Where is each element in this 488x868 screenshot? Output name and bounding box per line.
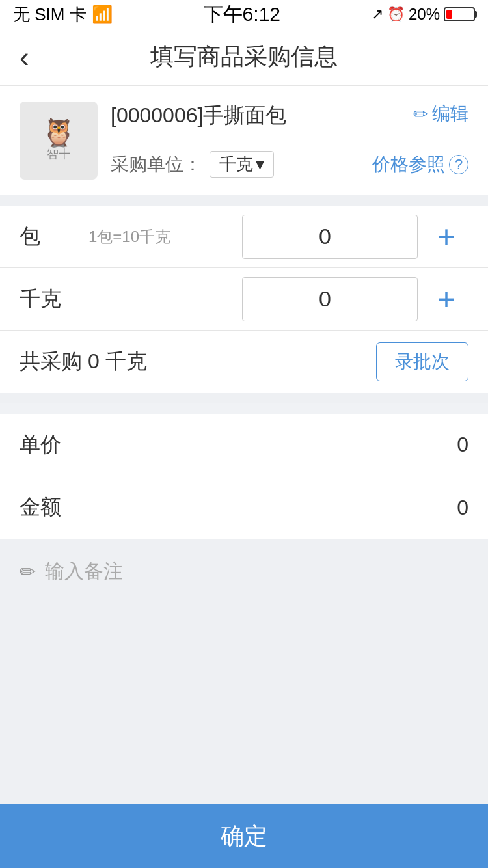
kg-input-row: 千克 + bbox=[0, 268, 488, 331]
product-name: [0000006]手撕面包 bbox=[111, 102, 286, 130]
price-info-section: 单价 0 金额 0 bbox=[0, 414, 488, 539]
product-card: 🦉 智十 [0000006]手撕面包 ✏ 编辑 采购单位： 千克 ▾ 价格参照 … bbox=[0, 86, 488, 195]
unit-row: 采购单位： 千克 ▾ bbox=[111, 151, 274, 178]
confirm-button[interactable]: 确定 bbox=[0, 804, 488, 868]
total-label: 共采购 0 千克 bbox=[20, 347, 376, 376]
bag-label: 包 bbox=[20, 223, 85, 251]
status-bar: 无 SIM 卡 📶 下午6:12 ↗ ⏰ 20% bbox=[0, 0, 488, 29]
product-info: [0000006]手撕面包 ✏ 编辑 采购单位： 千克 ▾ 价格参照 ? bbox=[111, 102, 468, 178]
bag-input-row: 包 1包=10千克 + bbox=[0, 206, 488, 268]
status-left: 无 SIM 卡 📶 bbox=[13, 3, 113, 26]
location-icon: ↗ bbox=[372, 6, 383, 23]
input-section: 包 1包=10千克 + 千克 + 共采购 0 千克 录批次 bbox=[0, 206, 488, 393]
total-row: 共采购 0 千克 录批次 bbox=[0, 331, 488, 393]
product-image: 🦉 智十 bbox=[20, 102, 98, 180]
dropdown-arrow-icon: ▾ bbox=[256, 154, 264, 174]
unit-prefix-label: 采购单位： bbox=[111, 152, 202, 177]
unit-price-label: 单价 bbox=[20, 431, 457, 459]
remark-placeholder: 输入备注 bbox=[45, 558, 123, 585]
battery-pct: 20% bbox=[409, 5, 440, 23]
section-separator-1 bbox=[0, 195, 488, 206]
unit-value: 千克 bbox=[219, 153, 253, 176]
kg-plus-button[interactable]: + bbox=[424, 277, 468, 321]
edit-button[interactable]: ✏ 编辑 bbox=[413, 102, 468, 126]
amount-row: 金额 0 bbox=[0, 476, 488, 539]
bag-plus-button[interactable]: + bbox=[424, 215, 468, 259]
status-time: 下午6:12 bbox=[204, 1, 280, 28]
edit-icon: ✏ bbox=[413, 103, 428, 125]
unit-dropdown[interactable]: 千克 ▾ bbox=[210, 151, 274, 178]
remark-section[interactable]: ✏ 输入备注 bbox=[0, 539, 488, 604]
sim-label: 无 SIM 卡 bbox=[13, 3, 87, 26]
kg-label: 千克 bbox=[20, 285, 85, 314]
bag-input[interactable] bbox=[242, 215, 418, 259]
amount-value: 0 bbox=[457, 496, 468, 520]
wifi-icon: 📶 bbox=[92, 5, 113, 25]
battery-icon bbox=[444, 7, 475, 21]
batch-button[interactable]: 录批次 bbox=[376, 342, 468, 381]
bag-sublabel: 1包=10千克 bbox=[88, 226, 170, 247]
product-logo-icon: 🦉 bbox=[42, 119, 75, 146]
unit-price-row: 单价 0 bbox=[0, 414, 488, 476]
page-title: 填写商品采购信息 bbox=[150, 41, 338, 73]
pencil-icon: ✏ bbox=[20, 560, 36, 583]
alarm-icon: ⏰ bbox=[387, 6, 405, 23]
amount-label: 金额 bbox=[20, 493, 457, 522]
content-area bbox=[0, 604, 488, 819]
price-ref-button[interactable]: 价格参照 ? bbox=[372, 152, 468, 177]
unit-price-value: 0 bbox=[457, 433, 468, 457]
section-separator-2 bbox=[0, 393, 488, 403]
back-button[interactable]: ‹ bbox=[20, 43, 29, 72]
help-icon: ? bbox=[449, 155, 468, 174]
kg-input[interactable] bbox=[242, 277, 418, 321]
edit-label: 编辑 bbox=[432, 102, 468, 126]
status-right: ↗ ⏰ 20% bbox=[372, 5, 475, 23]
price-ref-label: 价格参照 bbox=[372, 152, 445, 177]
nav-bar: ‹ 填写商品采购信息 bbox=[0, 29, 488, 86]
